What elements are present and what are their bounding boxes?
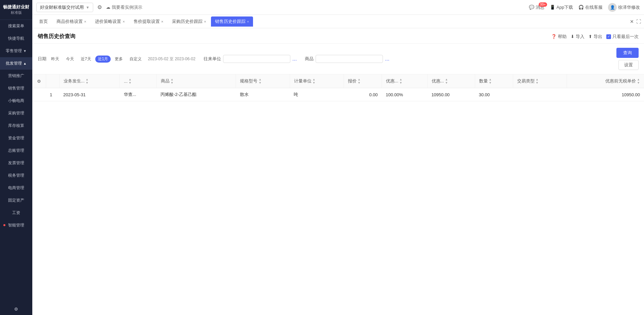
sidebar-item-fixed-assets[interactable]: 固定资产 [0,194,32,207]
import-label: 导入 [576,34,584,40]
sidebar-item-quicknav[interactable]: 快捷导航 [0,32,32,45]
product-dots[interactable]: ... [385,56,389,62]
sidebar-item-wholesale[interactable]: 批发管理 ▲ [0,57,32,70]
topbar-right: 💬 消息 99+ 📱 App下载 🎧 在线客服 👤 徐泽华修改 [529,3,640,12]
filter-bar: 日期 昨天 今天 近7天 近1月 更多 自定义 2023-05-02 至 202… [32,44,644,74]
sidebar-item-ecommerce-small[interactable]: 小畅电商 [0,95,32,107]
col-unit[interactable]: 计量单位 ▲▼ [290,74,344,88]
avatar: 👤 [608,3,617,12]
filter-settings-button[interactable]: 设置 [618,60,639,70]
sidebar-item-payroll[interactable]: 工资 [0,207,32,219]
tab-price-label: 商品价格设置 [57,19,83,25]
date-today[interactable]: 今天 [63,56,77,63]
table-header-row: ⚙ 业务发生... ▲▼ ... ▲▼ [32,74,644,88]
row-discount-rate: 100.00% [382,88,427,101]
col-pretax-price[interactable]: 优惠前无税单价 ▲▼ [567,74,644,88]
date-more[interactable]: 更多 [112,56,126,63]
sidebar-item-search[interactable]: 搜索菜单 [0,20,32,32]
sidebar-item-marketing[interactable]: 营销推广 [0,70,32,82]
import-icon: ⬇ [571,34,574,39]
date-custom[interactable]: 自定义 [127,56,144,63]
help-icon: ❓ [551,34,557,39]
sidebar-item-sales[interactable]: 销售管理 [0,82,32,95]
sidebar-item-purchase[interactable]: 采购管理 [0,107,32,119]
help-label: 帮助 [558,34,567,40]
app-download-icon: 📱 [550,5,555,10]
export-button[interactable]: ⬆ 导出 [588,34,602,40]
sidebar-item-inventory[interactable]: 库存核算 [0,119,32,132]
tab-sale-extract-close-icon[interactable]: × [161,20,163,24]
col-discount-rate[interactable]: 优惠... ▲▼ [382,74,427,88]
table-settings-gear-icon: ⚙ [37,79,41,84]
export-icon: ⬆ [588,34,592,39]
tab-sale-extract[interactable]: 售价提取设置 × [130,16,167,27]
col-quantity[interactable]: 数量 ▲▼ [475,74,513,88]
sort-icon-quantity: ▲▼ [489,78,492,84]
row-business-date: 2023-05-31 [59,88,120,101]
sidebar-settings-button[interactable]: ⚙ [0,303,32,315]
product-input[interactable] [316,55,383,63]
col-product[interactable]: 商品 ▲▼ [156,74,236,88]
partner-input[interactable] [223,55,290,63]
col-transaction-type[interactable]: 交易类型 ▲▼ [513,74,567,88]
tabbar: 首页 商品价格设置 × 进价策略设置 × 售价提取设置 × 采购历史价跟踪 × … [32,15,644,28]
sidebar-item-tax[interactable]: 税务管理 [0,169,32,182]
tab-purchase-history-label: 采购历史价跟踪 [172,19,203,25]
sidebar-item-retail[interactable]: 零售管理 ▼ [0,45,32,57]
tab-purchase-history-close-icon[interactable]: × [204,20,206,24]
partner-filter-group: 往来单位 ... [204,55,297,63]
tab-home[interactable]: 首页 [35,16,52,27]
date-yesterday[interactable]: 昨天 [48,56,62,63]
query-button[interactable]: 查询 [616,48,639,58]
tab-price[interactable]: 商品价格设置 × [52,16,90,27]
wholesale-arrow-icon: ▲ [23,62,27,65]
sort-icon-spec: ▲▼ [258,78,261,84]
demo-link[interactable]: ☁ 我要看实例演示 [106,4,142,10]
filter-right-actions: 查询 设置 [616,48,639,70]
row-gear [32,88,46,101]
data-table: ⚙ 业务发生... ▲▼ ... ▲▼ [32,74,644,101]
sidebar-item-finance[interactable]: 资金管理 [0,132,32,144]
app-download-button[interactable]: 📱 App下载 [550,4,573,10]
maximize-window-button[interactable]: ⛶ [636,19,641,24]
version-selector[interactable]: 好业财标准版交付试用 ▼ [36,3,93,12]
col-spec[interactable]: 规格型号 ▲▼ [236,74,290,88]
app-logo: 畅捷通好业财 标准版 [0,0,32,20]
user-menu[interactable]: 👤 徐泽华修改 [608,3,640,12]
sidebar-item-general-ledger[interactable]: 总账管理 [0,144,32,157]
sidebar-item-invoice[interactable]: 发票管理 [0,157,32,169]
row-extra: 华查... [120,88,157,101]
tab-sales-history[interactable]: 销售历史价跟踪 × [211,16,253,27]
online-service-button[interactable]: 🎧 在线客服 [578,4,603,10]
tab-sales-history-close-icon[interactable]: × [247,20,249,24]
import-button[interactable]: ⬇ 导入 [571,34,584,40]
sort-icon-product: ▲▼ [171,78,174,84]
tab-purchase-history[interactable]: 采购历史价跟踪 × [168,16,210,27]
col-discount-amount[interactable]: 优惠... ▲▼ [427,74,475,88]
col-settings[interactable]: ⚙ [32,74,46,88]
partner-dots[interactable]: ... [292,56,297,62]
topbar-settings-icon[interactable]: ⚙ [97,4,102,10]
col-extra[interactable]: ... ▲▼ [120,74,157,88]
row-seq: 1 [46,88,59,101]
close-window-button[interactable]: ✕ [629,19,635,24]
row-discount-amount: 10950.00 [427,88,475,101]
tab-purchase-strategy-close-icon[interactable]: × [122,20,124,24]
help-button[interactable]: ❓ 帮助 [551,34,567,40]
tab-sale-extract-label: 售价提取设置 [134,19,160,25]
retail-arrow-icon: ▼ [23,49,27,53]
col-price[interactable]: 报价 ▲▼ [344,74,382,88]
date-last7[interactable]: 近7天 [78,56,94,63]
sidebar-item-ecommerce[interactable]: 电商管理 [0,182,32,194]
message-badge: 99+ [539,2,547,7]
product-filter-group: 商品 ... [305,55,389,63]
data-table-container: ⚙ 业务发生... ▲▼ ... ▲▼ [32,74,644,101]
sidebar-item-smart[interactable]: 智能管理 [0,219,32,232]
tab-purchase-strategy[interactable]: 进价策略设置 × [91,16,129,27]
col-business-date[interactable]: 业务发生... ▲▼ [59,74,120,88]
only-last-checkbox[interactable]: ✓ 只看最后一次 [606,34,639,40]
date-last1month[interactable]: 近1月 [95,56,111,63]
sort-icon-discount-rate: ▲▼ [399,78,402,84]
message-button[interactable]: 💬 消息 99+ [529,4,544,10]
tab-price-close-icon[interactable]: × [84,20,86,24]
